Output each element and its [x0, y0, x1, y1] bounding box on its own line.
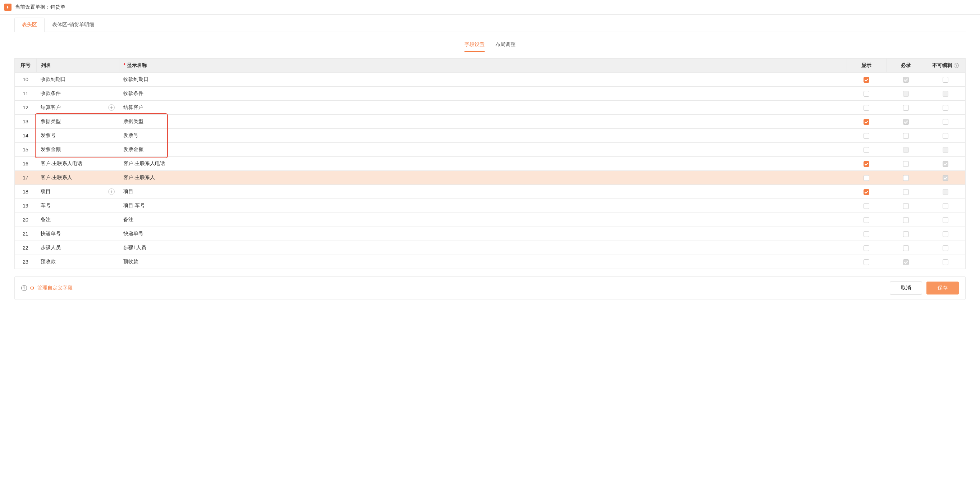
- checkbox-show[interactable]: [864, 189, 869, 195]
- table-row: 17客户.主联系人客户.主联系人: [15, 171, 965, 185]
- top-tab-1[interactable]: 表体区-销货单明细: [45, 18, 102, 32]
- cell-name: 发票号: [36, 129, 119, 143]
- checkbox-required: [903, 147, 909, 153]
- checkbox-required[interactable]: [903, 175, 909, 181]
- table-row: 20备注备注: [15, 213, 965, 227]
- col-header-required: 必录: [886, 59, 926, 73]
- cell-display-name[interactable]: 预收款: [119, 255, 846, 269]
- cell-show: [846, 129, 886, 143]
- checkbox-show[interactable]: [864, 77, 869, 83]
- checkbox-required: [903, 259, 909, 265]
- header-title-value: 销货单: [50, 4, 65, 10]
- checkbox-readonly[interactable]: [943, 231, 948, 237]
- checkbox-show[interactable]: [864, 231, 869, 237]
- cell-display-name[interactable]: 项目.车号: [119, 199, 846, 213]
- checkbox-show[interactable]: [864, 91, 869, 97]
- checkbox-show[interactable]: [864, 147, 869, 153]
- checkbox-show[interactable]: [864, 119, 869, 125]
- checkbox-required[interactable]: [903, 105, 909, 111]
- cell-display-name[interactable]: 步骤1人员: [119, 241, 846, 255]
- col-header-name: 列名: [36, 59, 119, 73]
- checkbox-readonly[interactable]: [943, 77, 948, 83]
- checkbox-show[interactable]: [864, 133, 869, 139]
- checkbox-readonly: [943, 91, 948, 97]
- checkbox-required[interactable]: [903, 189, 909, 195]
- cell-show: [846, 87, 886, 101]
- cell-display-name[interactable]: 客户.主联系人: [119, 171, 846, 185]
- checkbox-required[interactable]: [903, 231, 909, 237]
- checkbox-show[interactable]: [864, 161, 869, 167]
- top-tab-0[interactable]: 表头区: [14, 18, 45, 32]
- cell-name: 客户.主联系人: [36, 171, 119, 185]
- cell-name: 项目+: [36, 185, 119, 199]
- cell-name: 备注: [36, 213, 119, 227]
- cell-display-name[interactable]: 票据类型: [119, 115, 846, 129]
- checkbox-show[interactable]: [864, 105, 869, 111]
- col-header-readonly: 不可编辑?: [926, 59, 965, 73]
- cell-required: [886, 255, 926, 269]
- cell-show: [846, 185, 886, 199]
- checkbox-readonly[interactable]: [943, 203, 948, 209]
- checkbox-readonly[interactable]: [943, 217, 948, 223]
- cell-seq: 15: [15, 143, 36, 157]
- help-icon[interactable]: ?: [954, 63, 959, 68]
- cell-display-name[interactable]: 收款条件: [119, 87, 846, 101]
- checkbox-readonly: [943, 161, 948, 167]
- sub-tab-0[interactable]: 字段设置: [465, 38, 485, 52]
- checkbox-show[interactable]: [864, 259, 869, 265]
- cell-display-name[interactable]: 结算客户: [119, 101, 846, 115]
- cell-name: 车号: [36, 199, 119, 213]
- cell-readonly: [926, 185, 965, 199]
- expand-icon[interactable]: +: [108, 104, 115, 111]
- cell-show: [846, 241, 886, 255]
- manage-custom-fields-link[interactable]: 管理自定义字段: [37, 285, 73, 291]
- cell-name: 票据类型: [36, 115, 119, 129]
- cell-display-name[interactable]: 发票金额: [119, 143, 846, 157]
- cancel-button[interactable]: 取消: [890, 282, 922, 295]
- checkbox-readonly[interactable]: [943, 259, 948, 265]
- cell-required: [886, 157, 926, 171]
- checkbox-required[interactable]: [903, 217, 909, 223]
- table-row: 22步骤人员步骤1人员: [15, 241, 965, 255]
- checkbox-show[interactable]: [864, 217, 869, 223]
- cell-display-name[interactable]: 项目: [119, 185, 846, 199]
- cell-display-name[interactable]: 备注: [119, 213, 846, 227]
- cell-display-name[interactable]: 收款到期日: [119, 73, 846, 87]
- cell-seq: 16: [15, 157, 36, 171]
- checkbox-show[interactable]: [864, 203, 869, 209]
- cell-show: [846, 143, 886, 157]
- cell-required: [886, 171, 926, 185]
- cell-name: 结算客户+: [36, 101, 119, 115]
- field-name-label: 发票金额: [41, 146, 61, 153]
- col-header-show: 显示: [846, 59, 886, 73]
- toggle-panel-button[interactable]: [4, 3, 11, 11]
- cell-name: 预收款: [36, 255, 119, 269]
- checkbox-required[interactable]: [903, 161, 909, 167]
- checkbox-readonly[interactable]: [943, 119, 948, 125]
- cell-readonly: [926, 227, 965, 241]
- cell-display-name[interactable]: 发票号: [119, 129, 846, 143]
- sub-tabs: 字段设置布局调整: [14, 32, 966, 52]
- cell-display-name[interactable]: 客户.主联系人电话: [119, 157, 846, 171]
- checkbox-required[interactable]: [903, 133, 909, 139]
- chevron-right-icon: [6, 5, 10, 10]
- sub-tab-1[interactable]: 布局调整: [495, 38, 515, 52]
- checkbox-readonly[interactable]: [943, 133, 948, 139]
- cell-name: 发票金额: [36, 143, 119, 157]
- checkbox-required[interactable]: [903, 203, 909, 209]
- table-row: 14发票号发票号: [15, 129, 965, 143]
- question-icon[interactable]: ?: [21, 285, 27, 291]
- cell-readonly: [926, 73, 965, 87]
- cell-display-name[interactable]: 快递单号: [119, 227, 846, 241]
- save-button[interactable]: 保存: [926, 282, 959, 295]
- expand-icon[interactable]: +: [108, 188, 115, 195]
- checkbox-readonly[interactable]: [943, 105, 948, 111]
- table-row: 23预收款预收款: [15, 255, 965, 269]
- checkbox-show[interactable]: [864, 245, 869, 251]
- checkbox-readonly[interactable]: [943, 245, 948, 251]
- cell-readonly: [926, 241, 965, 255]
- checkbox-required[interactable]: [903, 245, 909, 251]
- cell-show: [846, 101, 886, 115]
- checkbox-show[interactable]: [864, 175, 869, 181]
- cell-seq: 21: [15, 227, 36, 241]
